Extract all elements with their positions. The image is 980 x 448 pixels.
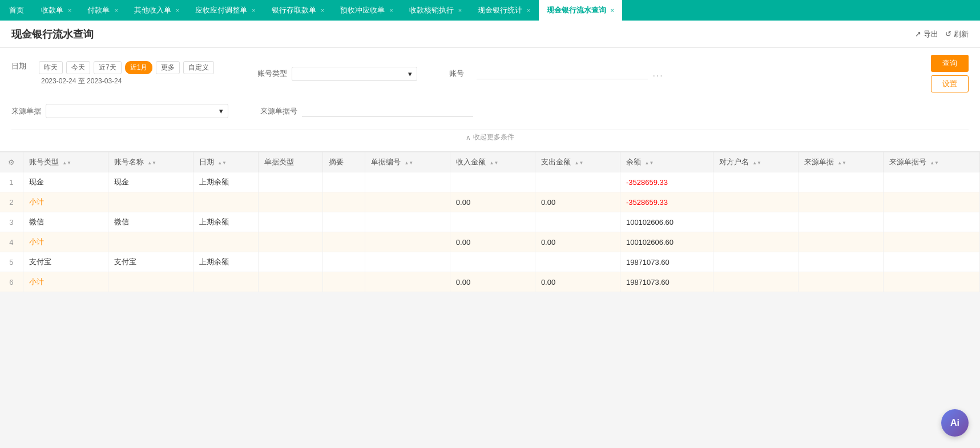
nav-tab-adjustment[interactable]: 应收应付调整单 × bbox=[187, 0, 263, 21]
date-btn-custom[interactable]: 自定义 bbox=[183, 61, 214, 74]
row-balance: 19871073.60 bbox=[620, 252, 713, 272]
th-account-name[interactable]: 账号名称 ▲▼ bbox=[108, 152, 193, 172]
th-expense[interactable]: 支出金额 ▲▼ bbox=[535, 152, 620, 172]
th-date[interactable]: 日期 ▲▼ bbox=[193, 152, 258, 172]
row-summary bbox=[323, 172, 365, 192]
th-doc-type: 单据类型 bbox=[258, 152, 323, 172]
row-account-type: 小计 bbox=[23, 192, 108, 212]
sort-icon: ▲▼ bbox=[575, 161, 584, 166]
source-doc-no-input[interactable] bbox=[302, 106, 473, 117]
source-doc-no-label: 来源单据号 bbox=[260, 106, 297, 116]
row-doc-no bbox=[365, 172, 450, 192]
account-dots[interactable]: ... bbox=[652, 68, 663, 79]
nav-tab-verify[interactable]: 收款核销执行 × bbox=[401, 0, 470, 21]
row-income bbox=[450, 252, 535, 272]
row-expense: 0.00 bbox=[535, 272, 620, 292]
row-doc-type bbox=[258, 252, 323, 272]
account-type-label: 账号类型 bbox=[257, 68, 287, 79]
row-source-doc bbox=[798, 252, 883, 272]
nav-tab-bank-stats[interactable]: 现金银行统计 × bbox=[470, 0, 538, 21]
nav-home[interactable]: 首页 bbox=[0, 0, 33, 21]
date-btn-7days[interactable]: 近7天 bbox=[94, 61, 122, 74]
close-icon[interactable]: × bbox=[458, 0, 462, 21]
row-summary bbox=[323, 192, 365, 212]
th-account-type[interactable]: 账号类型 ▲▼ bbox=[23, 152, 108, 172]
row-balance: 19871073.60 bbox=[620, 272, 713, 292]
date-btn-today[interactable]: 今天 bbox=[66, 61, 90, 74]
row-account-name bbox=[108, 232, 193, 252]
close-icon[interactable]: × bbox=[176, 0, 179, 21]
nav-tab-payment[interactable]: 付款单 × bbox=[79, 0, 126, 21]
source-doc-select[interactable]: ▾ bbox=[46, 104, 228, 118]
close-icon[interactable]: × bbox=[527, 0, 530, 21]
sort-icon: ▲▼ bbox=[62, 161, 71, 166]
row-source-doc-no bbox=[883, 172, 979, 192]
settings-button[interactable]: 设置 bbox=[931, 75, 969, 92]
export-button[interactable]: ↗ 导出 bbox=[915, 29, 938, 39]
row-source-doc-no bbox=[883, 192, 979, 212]
row-account-type: 小计 bbox=[23, 232, 108, 252]
row-income: 0.00 bbox=[450, 192, 535, 212]
row-income: 0.00 bbox=[450, 232, 535, 252]
row-seq: 3 bbox=[0, 212, 23, 232]
collapse-more-conditions[interactable]: ∧ 收起更多条件 bbox=[11, 130, 969, 144]
row-date: 上期余额 bbox=[193, 212, 258, 232]
row-balance: 100102606.60 bbox=[620, 212, 713, 232]
close-icon[interactable]: × bbox=[389, 0, 393, 21]
refresh-icon: ↺ bbox=[945, 30, 951, 38]
table-row: 4小计0.000.00100102606.60 bbox=[0, 232, 980, 252]
th-summary: 摘要 bbox=[323, 152, 365, 172]
row-summary bbox=[323, 252, 365, 272]
refresh-button[interactable]: ↺ 刷新 bbox=[945, 29, 969, 39]
th-source-doc-no[interactable]: 来源单据号 ▲▼ bbox=[883, 152, 979, 172]
row-expense bbox=[535, 252, 620, 272]
th-gear[interactable]: ⚙ bbox=[0, 152, 23, 172]
row-counterpart bbox=[713, 232, 798, 252]
date-range-display: 2023-02-24 至 2023-03-24 bbox=[41, 76, 214, 86]
sort-icon: ▲▼ bbox=[645, 161, 654, 166]
row-counterpart bbox=[713, 172, 798, 192]
row-account-type: 支付宝 bbox=[23, 252, 108, 272]
th-income[interactable]: 收入金额 ▲▼ bbox=[450, 152, 535, 172]
row-doc-no bbox=[365, 192, 450, 212]
sort-icon: ▲▼ bbox=[217, 161, 227, 166]
th-source-doc[interactable]: 来源单据 ▲▼ bbox=[798, 152, 883, 172]
row-summary bbox=[323, 272, 365, 292]
table-row: 6小计0.000.0019871073.60 bbox=[0, 272, 980, 292]
th-counterpart[interactable]: 对方户名 ▲▼ bbox=[713, 152, 798, 172]
date-btn-yesterday[interactable]: 昨天 bbox=[39, 61, 63, 74]
row-date: 上期余额 bbox=[193, 252, 258, 272]
th-balance[interactable]: 余额 ▲▼ bbox=[620, 152, 713, 172]
account-input[interactable] bbox=[477, 68, 648, 79]
row-date bbox=[193, 272, 258, 292]
source-doc-label: 来源单据 bbox=[11, 106, 41, 116]
row-account-type: 微信 bbox=[23, 212, 108, 232]
page-header: 现金银行流水查询 ↗ 导出 ↺ 刷新 bbox=[0, 21, 980, 48]
sort-icon: ▲▼ bbox=[752, 161, 761, 166]
th-doc-no[interactable]: 单据编号 ▲▼ bbox=[365, 152, 450, 172]
row-income bbox=[450, 212, 535, 232]
date-btn-1month[interactable]: 近1月 bbox=[125, 61, 153, 74]
row-account-name bbox=[108, 192, 193, 212]
sort-icon: ▲▼ bbox=[930, 161, 939, 166]
nav-tab-other-income[interactable]: 其他收入单 × bbox=[126, 0, 187, 21]
close-icon[interactable]: × bbox=[321, 0, 324, 21]
query-button[interactable]: 查询 bbox=[931, 55, 969, 72]
close-icon[interactable]: × bbox=[68, 0, 71, 21]
account-type-select[interactable]: ▾ bbox=[292, 67, 417, 81]
row-counterpart bbox=[713, 252, 798, 272]
nav-tab-bank-deposit[interactable]: 银行存取款单 × bbox=[264, 0, 332, 21]
nav-tab-receipt[interactable]: 收款单 × bbox=[33, 0, 79, 21]
chevron-up-icon: ∧ bbox=[466, 134, 471, 142]
row-account-name bbox=[108, 272, 193, 292]
table-row: 2小计0.000.00-3528659.33 bbox=[0, 192, 980, 212]
close-icon[interactable]: × bbox=[611, 0, 614, 21]
close-icon[interactable]: × bbox=[114, 0, 118, 21]
row-source-doc bbox=[798, 172, 883, 192]
account-label: 账号 bbox=[449, 68, 472, 79]
date-btn-more[interactable]: 更多 bbox=[156, 61, 180, 74]
close-icon[interactable]: × bbox=[252, 0, 255, 21]
sort-icon: ▲▼ bbox=[837, 161, 846, 166]
nav-tab-bank-flow[interactable]: 现金银行流水查询 × bbox=[539, 0, 622, 21]
nav-tab-prepay[interactable]: 预收冲应收单 × bbox=[332, 0, 401, 21]
